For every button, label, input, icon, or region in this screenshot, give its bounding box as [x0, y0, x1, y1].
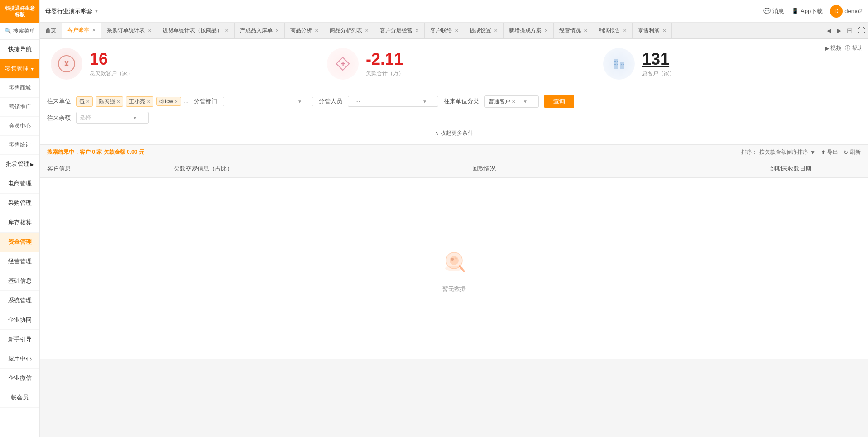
help-action[interactable]: ⓘ 帮助 [845, 44, 863, 52]
filter-person-dots[interactable]: ··· [355, 98, 360, 104]
sidebar-item-app-center[interactable]: 应用中心 [0, 349, 39, 369]
sidebar: 畅捷通好生意 标版 🔍 搜索菜单 快捷导航 零售管理 ▼ 零售商城 营销推广 会… [0, 0, 40, 437]
chevron-down-icon: ▼ [30, 66, 34, 71]
sidebar-item-retail-stats[interactable]: 零售统计 [0, 136, 39, 155]
purchase-label: 采购管理 [8, 200, 32, 206]
tab-customer-link[interactable]: 客户联络 ✕ [425, 23, 464, 39]
company-selector[interactable]: 母婴行业演示帐套 ▼ [45, 7, 99, 15]
stat-value-overdue-amount: -2.11 [366, 50, 404, 68]
home-tab-label: 首页 [45, 27, 56, 34]
tab-purchase-stats[interactable]: 采购订单统计表 ✕ [101, 23, 157, 39]
customer-cost-tab-label: 客户账本 [67, 26, 89, 34]
filter-balance-arrow-icon: ▼ [133, 115, 137, 120]
tab-close-icon5[interactable]: ✕ [315, 28, 318, 33]
tab-profit-report[interactable]: 利润报告 ✕ [593, 23, 633, 39]
diamond-icon: ✚ [334, 55, 352, 73]
svg-rect-7 [617, 61, 618, 62]
sidebar-item-marketing[interactable]: 营销推广 [0, 98, 39, 117]
tab-close-icon[interactable]: ✕ [92, 28, 96, 33]
sidebar-item-wholesale[interactable]: 批发管理 ▶ [0, 155, 39, 174]
sidebar-item-retail[interactable]: 零售管理 ▼ [0, 59, 39, 79]
user-menu[interactable]: D demo2 [830, 5, 863, 18]
sidebar-item-system[interactable]: 系统管理 [0, 291, 39, 310]
tab-close-icon13[interactable]: ✕ [662, 28, 666, 33]
stat-label-overdue-amount: 欠款合计（万） [366, 70, 404, 77]
filter-dept-select[interactable]: ▼ [223, 97, 313, 106]
message-button[interactable]: 💬 消息 [763, 7, 784, 15]
sort-label: 排序： [741, 148, 758, 156]
tab-customer-cost[interactable]: 客户账本 ✕ [62, 23, 101, 39]
retail-profit-tab-label: 零售利润 [638, 27, 660, 34]
tab-close-icon2[interactable]: ✕ [148, 28, 151, 33]
tag-normal-close[interactable]: ✕ [512, 99, 515, 104]
table-body: 暂无数据 [40, 178, 868, 359]
tab-close-icon6[interactable]: ✕ [365, 28, 369, 33]
tab-close-icon9[interactable]: ✕ [494, 28, 498, 33]
tab-product-in[interactable]: 产成品入库单 ✕ [235, 23, 285, 39]
tab-close-icon3[interactable]: ✕ [225, 28, 229, 33]
sort-selector[interactable]: 排序： 按欠款金额倒序排序 ▼ [741, 148, 815, 156]
tab-close-icon11[interactable]: ✕ [584, 28, 587, 33]
app-download-button[interactable]: 📱 App下载 [791, 7, 823, 15]
svg-point-14 [450, 256, 459, 265]
video-icon: ▶ [825, 45, 829, 52]
tab-biz-status[interactable]: 经营情况 ✕ [554, 23, 593, 39]
sidebar-search[interactable]: 🔍 搜索菜单 [0, 23, 39, 40]
stat-label-total-customers: 总客户（家） [642, 70, 675, 77]
filter-balance-select[interactable]: 选择... ▼ [76, 112, 149, 124]
tab-next-arrow[interactable]: ▶ [834, 23, 844, 39]
sidebar-item-wechat[interactable]: 企业微信 [0, 369, 39, 388]
sidebar-item-member[interactable]: 会员中心 [0, 117, 39, 136]
export-button[interactable]: ⬆ 导出 [821, 148, 838, 156]
filter-row-2: 往来余额 选择... ▼ [47, 112, 861, 124]
tab-prev-arrow[interactable]: ◀ [824, 23, 834, 39]
enterprise-label: 企业协同 [8, 316, 32, 323]
tab-bar-arrows: ◀ ▶ ⊟ ⛶ [824, 23, 868, 39]
sidebar-item-quick-nav[interactable]: 快捷导航 [0, 40, 39, 59]
sidebar-item-vip[interactable]: 畅会员 [0, 388, 39, 408]
sidebar-item-purchase[interactable]: 采购管理 [0, 194, 39, 213]
tab-goods-analysis-list[interactable]: 商品分析列表 ✕ [324, 23, 374, 39]
tab-fullscreen-icon[interactable]: ⛶ [855, 23, 868, 39]
sidebar-item-ecommerce[interactable]: 电商管理 [0, 174, 39, 194]
tab-goods-analysis[interactable]: 商品分析 ✕ [285, 23, 324, 39]
collapse-label: 收起更多条件 [441, 129, 473, 137]
sidebar-item-basic-info[interactable]: 基础信息 [0, 271, 39, 291]
sidebar-item-finance[interactable]: 资金管理 [0, 233, 39, 252]
guide-label: 新手引导 [8, 336, 32, 342]
top-bar-right: 💬 消息 📱 App下载 D demo2 [763, 5, 863, 18]
filter-unit-type-select[interactable]: 普通客户 ✕ ▼ [484, 95, 539, 108]
tag-cjttcw-close[interactable]: ✕ [174, 99, 178, 104]
purchase-stats-tab-label: 采购订单统计表 [107, 27, 145, 34]
filter-collapse-button[interactable]: ∧ 收起更多条件 [47, 128, 861, 139]
query-button[interactable]: 查询 [544, 95, 574, 108]
tab-new-promo[interactable]: 新增提成方案 ✕ [504, 23, 554, 39]
tab-close-icon8[interactable]: ✕ [455, 28, 458, 33]
stat-value-total-customers: 131 [642, 50, 675, 68]
sidebar-item-enterprise[interactable]: 企业协同 [0, 310, 39, 330]
filter-more-tags[interactable]: ... [184, 98, 188, 104]
filter-tag-chen: 陈民强 ✕ [96, 96, 123, 107]
tag-chen-close[interactable]: ✕ [116, 99, 120, 104]
tab-expand-arrow[interactable]: ⊟ [844, 23, 855, 39]
video-action[interactable]: ▶ 视频 [825, 44, 841, 52]
sidebar-item-operation[interactable]: 经营管理 [0, 252, 39, 271]
tab-retail-profit[interactable]: 零售利润 ✕ [633, 23, 672, 39]
tab-inventory-stats[interactable]: 进货单统计表（按商品） ✕ [157, 23, 235, 39]
tab-customer-tier[interactable]: 客户分层经营 ✕ [374, 23, 425, 39]
refresh-button[interactable]: ↻ 刷新 [844, 148, 861, 156]
marketing-label: 营销推广 [9, 104, 31, 110]
tab-close-icon12[interactable]: ✕ [623, 28, 627, 33]
tab-close-icon10[interactable]: ✕ [544, 28, 548, 33]
sidebar-item-guide[interactable]: 新手引导 [0, 330, 39, 349]
tab-close-icon4[interactable]: ✕ [275, 28, 279, 33]
tab-promo-settings[interactable]: 提成设置 ✕ [464, 23, 504, 39]
filter-person-select[interactable]: ··· ▼ [348, 96, 438, 107]
sidebar-item-inventory[interactable]: 库存核算 [0, 213, 39, 233]
tag-wang-close[interactable]: ✕ [147, 99, 150, 104]
tab-home[interactable]: 首页 [40, 23, 62, 39]
page-content: ¥ 16 总欠款客户（家） ✚ -2.11 欠款合计 [40, 39, 868, 437]
tab-close-icon7[interactable]: ✕ [415, 28, 419, 33]
tag-wu-close[interactable]: ✕ [86, 99, 90, 104]
sidebar-item-retail-mall[interactable]: 零售商城 [0, 79, 39, 98]
